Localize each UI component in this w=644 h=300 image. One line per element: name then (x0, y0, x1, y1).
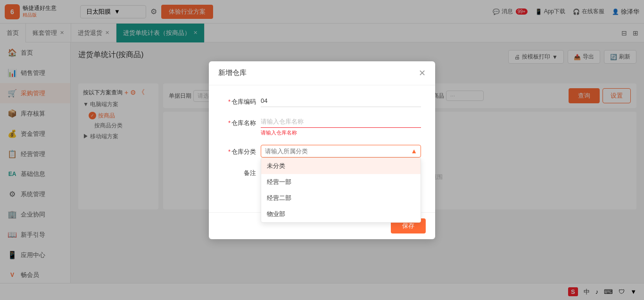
name-label: *仓库名称 (223, 116, 261, 127)
dialog-title: 新增仓库 (218, 68, 247, 77)
chevron-up-icon[interactable]: ▲ (411, 147, 417, 155)
category-input[interactable] (261, 145, 421, 158)
category-label: *仓库分类 (223, 145, 261, 156)
form-row-category: *仓库分类 ▲ 未分类 经营一部 经营二部 物业部 (223, 145, 421, 158)
name-error-msg: 请输入仓库名称 (261, 130, 297, 135)
modal-overlay: 新增仓库 ✕ *仓库编码 *仓库名称 请输入仓库名称 (0, 0, 644, 300)
form-row-code: *仓库编码 (223, 95, 421, 107)
category-select-wrap: ▲ 未分类 经营一部 经营二部 物业部 (261, 145, 421, 158)
add-warehouse-dialog: 新增仓库 ✕ *仓库编码 *仓库名称 请输入仓库名称 (209, 61, 435, 239)
code-input[interactable] (261, 95, 421, 107)
dialog-body: *仓库编码 *仓库名称 请输入仓库名称 *仓库分类 (209, 85, 435, 212)
name-input[interactable] (261, 116, 421, 128)
code-label: *仓库编码 (223, 95, 261, 106)
dropdown-item-dept1[interactable]: 经营一部 (261, 174, 421, 190)
dropdown-item-dept2[interactable]: 经营二部 (261, 190, 421, 206)
category-dropdown: 未分类 经营一部 经营二部 物业部 (261, 158, 421, 223)
dialog-header: 新增仓库 ✕ (209, 61, 435, 85)
dialog-close-button[interactable]: ✕ (419, 68, 426, 78)
remark-label: 备注 (223, 166, 261, 177)
dropdown-item-uncategorized[interactable]: 未分类 (261, 158, 421, 174)
form-row-name: *仓库名称 请输入仓库名称 (223, 116, 421, 136)
dropdown-item-dept3[interactable]: 物业部 (261, 206, 421, 222)
